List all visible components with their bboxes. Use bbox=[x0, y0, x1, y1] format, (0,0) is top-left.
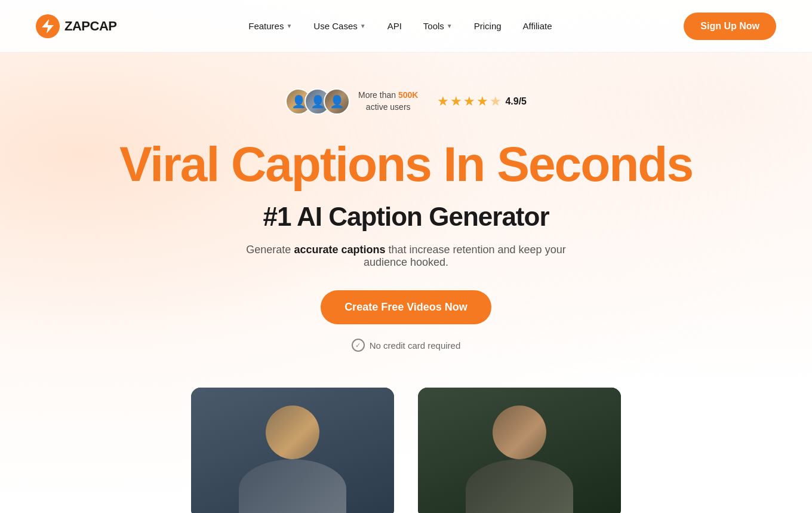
hero-section: 👤 👤 👤 More than 500K active users ★ ★ ★ … bbox=[0, 53, 812, 513]
video-thumbnail-2 bbox=[418, 388, 621, 513]
video-previews bbox=[107, 388, 705, 513]
logo-text: ZAPCAP bbox=[64, 19, 116, 34]
star-rating: ★ ★ ★ ★ ★ bbox=[437, 94, 502, 109]
logo-link[interactable]: ZAPCAP bbox=[36, 14, 116, 38]
user-avatars: 👤 👤 👤 bbox=[285, 88, 350, 115]
rating-score: 4.9/5 bbox=[505, 96, 527, 107]
star-icon: ★ bbox=[450, 94, 462, 109]
nav-item-affiliate[interactable]: Affiliate bbox=[513, 16, 562, 36]
zapcap-logo-icon bbox=[36, 14, 60, 38]
nav-item-pricing[interactable]: Pricing bbox=[465, 16, 511, 36]
nav-item-tools[interactable]: Tools ▼ bbox=[414, 16, 462, 36]
users-text: More than 500K active users bbox=[358, 90, 418, 113]
avatar: 👤 bbox=[324, 88, 350, 115]
chevron-down-icon: ▼ bbox=[360, 23, 366, 29]
video-card-2 bbox=[418, 388, 621, 513]
video-card-1 bbox=[191, 388, 394, 513]
star-icon: ★ bbox=[476, 94, 488, 109]
navbar: ZAPCAP Features ▼ Use Cases ▼ API Tools … bbox=[0, 0, 812, 53]
check-circle-icon: ✓ bbox=[352, 339, 365, 352]
cta-button[interactable]: Create Free Videos Now bbox=[321, 290, 491, 324]
nav-links: Features ▼ Use Cases ▼ API Tools ▼ Prici… bbox=[239, 16, 561, 36]
nav-item-use-cases[interactable]: Use Cases ▼ bbox=[304, 16, 375, 36]
social-proof: 👤 👤 👤 More than 500K active users ★ ★ ★ … bbox=[285, 88, 527, 115]
chevron-down-icon: ▼ bbox=[447, 23, 453, 29]
video-thumbnail-1 bbox=[191, 388, 394, 513]
star-icon: ★ bbox=[437, 94, 449, 109]
hero-title: Viral Captions In Seconds bbox=[119, 139, 693, 190]
hero-description: Generate accurate captions that increase… bbox=[227, 244, 585, 269]
no-credit-card-notice: ✓ No credit card required bbox=[352, 339, 461, 352]
nav-item-features[interactable]: Features ▼ bbox=[239, 16, 302, 36]
nav-item-api[interactable]: API bbox=[378, 16, 411, 36]
person-body bbox=[466, 459, 573, 513]
person-body bbox=[239, 459, 346, 513]
star-icon: ★ bbox=[463, 94, 475, 109]
person-head bbox=[266, 406, 319, 459]
rating: ★ ★ ★ ★ ★ 4.9/5 bbox=[437, 94, 527, 109]
hero-subtitle: #1 AI Caption Generator bbox=[263, 202, 549, 232]
signup-button[interactable]: Sign Up Now bbox=[684, 13, 776, 40]
person-head bbox=[493, 406, 546, 459]
chevron-down-icon: ▼ bbox=[286, 23, 292, 29]
star-icon: ★ bbox=[490, 94, 502, 109]
